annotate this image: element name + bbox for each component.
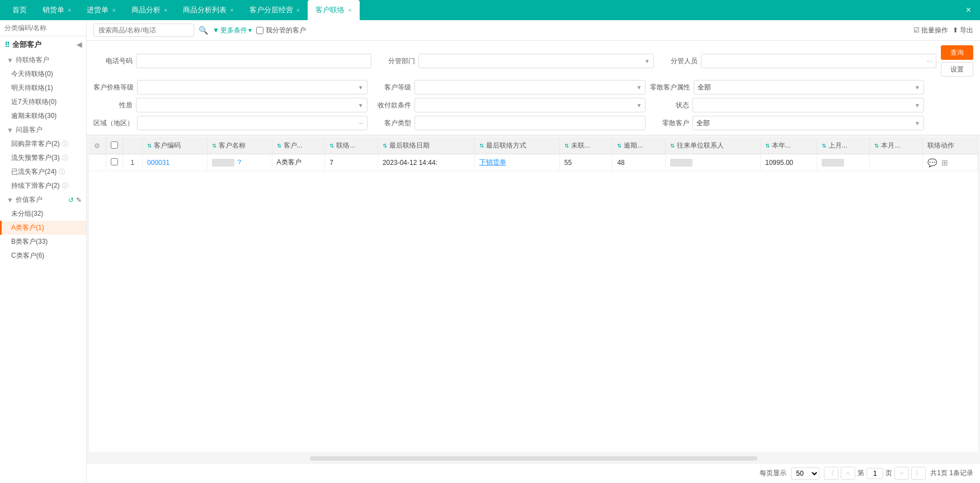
sidebar-item-a-class[interactable]: A类客户(1) xyxy=(0,221,86,235)
retail-attr-select[interactable]: 全部 ▼ xyxy=(694,80,924,94)
group-problem-customers[interactable]: ▼ 问题客户 xyxy=(0,123,86,137)
row-history xyxy=(666,154,761,171)
close-all-button[interactable]: × xyxy=(962,5,976,15)
action-comment-icon[interactable]: 💬 xyxy=(927,158,937,167)
retail-customer-select[interactable]: 全部 ▼ xyxy=(692,116,924,130)
row-checkbox[interactable] xyxy=(111,158,118,165)
th-this-year[interactable]: ⇅本年... xyxy=(760,138,817,154)
close-product-analysis-icon[interactable]: × xyxy=(164,7,167,13)
row-name[interactable]: ？ xyxy=(207,154,272,171)
customer-type-select[interactable] xyxy=(414,116,646,130)
th-last-method[interactable]: ⇅最后联络方式 xyxy=(474,138,559,154)
th-settings[interactable]: ⚙ xyxy=(89,138,106,154)
sidebar-item-churn-warning[interactable]: 流失预警客户(3) ⓘ xyxy=(0,151,86,165)
sidebar-item-overdue[interactable]: 逾期未联络(30) xyxy=(0,109,86,123)
status-select[interactable]: ▼ xyxy=(692,98,924,112)
sidebar-item-7days[interactable]: 近7天待联络(0) xyxy=(0,95,86,109)
row-last-method[interactable]: 下销货单 xyxy=(474,154,559,171)
sidebar-item-today[interactable]: 今天待联络(0) xyxy=(0,67,86,81)
filter-customer-type: 客户类型 xyxy=(372,116,646,130)
sidebar-item-ungrouped[interactable]: 未分组(32) xyxy=(0,207,86,221)
payment-select[interactable]: ▼ xyxy=(414,98,646,112)
th-this-month[interactable]: ⇅本月... xyxy=(870,138,923,154)
th-last-month[interactable]: ⇅上月... xyxy=(817,138,870,154)
my-customers-checkbox-label[interactable]: 我分管的客户 xyxy=(256,26,306,35)
advanced-filter: 电话号码 分管部门 ▼ 分管人员 ··· xyxy=(87,41,980,135)
filter-customer-level: 客户等级 ▼ xyxy=(372,80,646,94)
customer-level-select[interactable]: ▼ xyxy=(414,80,646,94)
row-checkbox-cell[interactable] xyxy=(106,154,123,171)
nav-product-analysis-list[interactable]: 商品分析列表 × xyxy=(175,0,241,20)
more-conditions-btn[interactable]: ▼ 更多条件 ▾ xyxy=(213,26,252,35)
region-select[interactable]: ··· xyxy=(137,116,368,130)
filter-row-3: 性质 ▼ 收付款条件 ▼ 状态 xyxy=(93,98,973,112)
top-nav: 首页 销货单 × 进货单 × 商品分析 × 商品分析列表 × 客户分层经营 × … xyxy=(0,0,980,20)
value-group-edit-icon[interactable]: ✎ xyxy=(76,196,82,204)
price-level-select[interactable]: ▼ xyxy=(137,80,368,94)
filter-retail-customer: 零散客户 全部 ▼ xyxy=(650,116,924,130)
first-page-button[interactable]: 《 xyxy=(824,467,838,480)
last-page-button[interactable]: 》 xyxy=(911,467,926,480)
th-not-contacted[interactable]: ⇅未联... xyxy=(559,138,613,154)
th-name[interactable]: ⇅客户名称 xyxy=(207,138,272,154)
query-button[interactable]: 查询 xyxy=(941,45,973,60)
filter-search-button[interactable]: 🔍 xyxy=(199,26,208,35)
nav-product-analysis[interactable]: 商品分析 × xyxy=(124,0,175,20)
nature-select[interactable]: ▼ xyxy=(136,98,368,112)
group-pending-contact[interactable]: ▼ 待联络客户 xyxy=(0,53,86,67)
horizontal-scrollbar[interactable] xyxy=(87,454,980,463)
sidebar: 🔍 ⠿ 全部客户 ◀ ▼ 待联络客户 今天待联络(0) 明天待联络(1) 近7天… xyxy=(0,20,87,483)
info-icon-2: ⓘ xyxy=(59,168,65,176)
my-customers-checkbox[interactable] xyxy=(256,27,263,34)
th-last-date[interactable]: ⇅最后联络日期 xyxy=(378,138,474,154)
sidebar-search-input[interactable] xyxy=(4,24,87,32)
info-icon-1: ⓘ xyxy=(62,154,68,162)
nav-customer-segment[interactable]: 客户分层经营 × xyxy=(242,0,308,20)
sidebar-item-c-class[interactable]: C类客户(6) xyxy=(0,249,86,263)
close-purchase-icon[interactable]: × xyxy=(112,7,115,13)
batch-op-button[interactable]: ☑ 批量操作 xyxy=(913,26,948,35)
export-button[interactable]: ⬆ 导出 xyxy=(953,26,973,35)
filter-search-input[interactable] xyxy=(93,23,194,37)
th-overdue[interactable]: ⇅逾期... xyxy=(613,138,666,154)
sidebar-item-b-class[interactable]: B类客户(33) xyxy=(0,235,86,249)
nav-sales[interactable]: 销货单 × xyxy=(35,0,79,20)
close-product-list-icon[interactable]: × xyxy=(230,7,233,13)
dept-select[interactable]: ▼ xyxy=(418,54,654,68)
close-contact-icon[interactable]: × xyxy=(348,7,351,13)
main-layout: 🔍 ⠿ 全部客户 ◀ ▼ 待联络客户 今天待联络(0) 明天待联络(1) 近7天… xyxy=(0,20,980,483)
page-size-select[interactable]: 10 20 50 100 xyxy=(791,467,819,480)
th-contact[interactable]: ⇅联络... xyxy=(325,138,378,154)
phone-input[interactable] xyxy=(136,54,371,68)
th-code[interactable]: ⇅客户编码 xyxy=(143,138,208,154)
select-all-checkbox[interactable] xyxy=(111,141,118,149)
close-sales-icon[interactable]: × xyxy=(68,7,71,13)
all-customers-header[interactable]: ⠿ 全部客户 ◀ xyxy=(0,36,86,53)
content-area: 🔍 ▼ 更多条件 ▾ 我分管的客户 ☑ 批量操作 ⬆ 导出 xyxy=(87,20,980,483)
filter-bar: 🔍 ▼ 更多条件 ▾ 我分管的客户 ☑ 批量操作 ⬆ 导出 xyxy=(87,20,980,41)
th-level[interactable]: ⇅客户... xyxy=(272,138,325,154)
sidebar-item-abnormal-repurchase[interactable]: 回购异常客户(2) ⓘ xyxy=(0,137,86,151)
prev-page-button[interactable]: ＜ xyxy=(841,467,855,480)
page-number-input[interactable] xyxy=(866,468,883,479)
scroll-track[interactable] xyxy=(310,456,757,461)
row-code[interactable]: 000031 xyxy=(143,154,208,171)
sidebar-item-declining[interactable]: 持续下滑客户(2) ⓘ xyxy=(0,179,86,193)
sidebar-item-tomorrow[interactable]: 明天待联络(1) xyxy=(0,81,86,95)
nav-purchase[interactable]: 进货单 × xyxy=(79,0,123,20)
settings-button[interactable]: 设置 xyxy=(941,62,973,77)
value-group-refresh-icon[interactable]: ↺ xyxy=(68,196,74,204)
next-page-button[interactable]: ＞ xyxy=(894,467,909,480)
sidebar-item-churned[interactable]: 已流失客户(24) ⓘ xyxy=(0,165,86,179)
filter-price-level: 客户价格等级 ▼ xyxy=(93,80,368,94)
action-qr-icon[interactable]: ⊞ xyxy=(941,158,948,167)
th-history[interactable]: ⇅往来单位联系人 xyxy=(666,138,761,154)
th-checkbox[interactable] xyxy=(106,138,123,154)
close-segment-icon[interactable]: × xyxy=(296,7,300,13)
filter-nature: 性质 ▼ xyxy=(93,98,368,112)
th-action: 联络动作 xyxy=(923,138,978,154)
person-select[interactable]: ··· xyxy=(701,54,936,68)
nav-home[interactable]: 首页 xyxy=(4,0,35,20)
filter-retail-attr: 零散客户属性 全部 ▼ xyxy=(650,80,924,94)
nav-customer-contact[interactable]: 客户联络 × xyxy=(308,0,359,20)
